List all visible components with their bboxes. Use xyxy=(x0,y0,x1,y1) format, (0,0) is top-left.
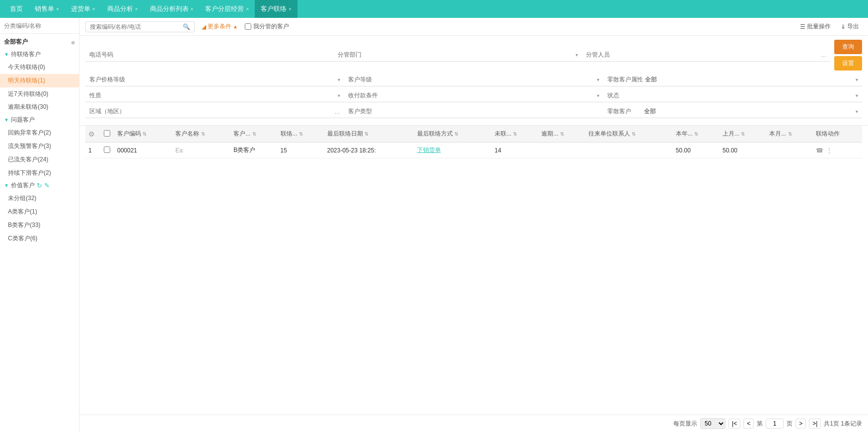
first-page-btn[interactable]: |< xyxy=(728,419,740,429)
filter-payment-input[interactable] xyxy=(385,92,594,99)
row-action-phone-icon[interactable]: ☎ xyxy=(816,147,823,154)
filter-customer-type-input[interactable] xyxy=(385,108,599,115)
th-this-month[interactable]: 本月... ⇅ xyxy=(766,126,813,143)
sidebar-item-tomorrow[interactable]: 明天待联络(1) xyxy=(0,74,79,87)
nav-purchase-label: 进货单 xyxy=(71,4,90,13)
nav-purchase-close[interactable]: × xyxy=(92,6,95,12)
select-all-checkbox[interactable] xyxy=(104,130,110,137)
nav-analysis-list-close[interactable]: × xyxy=(191,6,194,12)
filter-retail-customer-arrow[interactable]: ▾ xyxy=(856,109,858,114)
filter-region-label: 区域（地区） xyxy=(89,107,125,116)
th-this-month-sort-icon: ⇅ xyxy=(788,131,792,137)
nav-sales-close[interactable]: × xyxy=(56,6,59,12)
nav-customer-tier[interactable]: 客户分层经营 × xyxy=(199,0,255,18)
th-this-month-label: 本月... xyxy=(769,130,786,137)
sidebar-item-today[interactable]: 今天待联络(0) xyxy=(0,61,79,74)
filter-gender-arrow[interactable]: ▾ xyxy=(338,93,340,98)
sidebar-collapse-icon[interactable]: « xyxy=(71,38,75,46)
sidebar-item-churned[interactable]: 已流失客户(24) xyxy=(0,153,79,166)
filter-dept-input[interactable] xyxy=(374,52,574,59)
filter-customer-level-input[interactable] xyxy=(385,76,594,83)
row-last-method-link[interactable]: 下销货单 xyxy=(417,146,441,153)
export-btn[interactable]: ⇓ 导出 xyxy=(838,21,862,32)
sidebar-search-input[interactable] xyxy=(4,22,78,29)
sidebar-item-overdue[interactable]: 逾期未联络(30) xyxy=(0,100,79,114)
filter-person-input[interactable] xyxy=(623,52,818,59)
row-type-value: B类客户 xyxy=(233,146,255,153)
filter-price-level-arrow[interactable]: ▾ xyxy=(338,77,340,82)
sidebar-item-7days[interactable]: 近7天待联络(0) xyxy=(0,87,79,101)
search-input[interactable] xyxy=(90,23,181,30)
nav-sales[interactable]: 销售单 × xyxy=(29,0,65,18)
th-name-label: 客户名称 xyxy=(175,130,199,137)
th-name[interactable]: 客户名称 ⇅ xyxy=(172,126,230,143)
th-overdue-label: 逾期... xyxy=(541,130,558,137)
page-size-select[interactable]: 50 100 200 xyxy=(700,418,725,429)
sidebar-item-class-c[interactable]: C类客户(6) xyxy=(0,232,79,245)
nav-customer-contact[interactable]: 客户联络 × xyxy=(255,0,297,18)
sidebar-item-class-a[interactable]: A类客户(1) xyxy=(0,205,79,218)
filter-retail-customer: 零散客户 全部 ▾ xyxy=(603,105,862,118)
last-page-btn[interactable]: >| xyxy=(809,419,821,429)
nav-analysis-list[interactable]: 商品分析列表 × xyxy=(144,0,200,18)
table-gear-icon[interactable]: ⚙ xyxy=(88,130,95,138)
top-nav: 首页 销售单 × 进货单 × 商品分析 × 商品分析列表 × 客户分层经营 × … xyxy=(0,0,868,18)
filter-person-more[interactable]: … xyxy=(820,52,826,59)
sidebar-item-churn-warning[interactable]: 流失预警客户(3) xyxy=(0,140,79,153)
filter-retail-attr-arrow[interactable]: ▾ xyxy=(856,77,858,82)
th-this-year[interactable]: 本年... ⇅ xyxy=(673,126,720,143)
row-action-grid-icon[interactable]: ⋮ xyxy=(826,147,832,154)
group-value-edit[interactable]: ✎ xyxy=(44,182,50,189)
filter-dept-arrow[interactable]: ▾ xyxy=(576,52,578,58)
sidebar-item-repurchase-abnormal[interactable]: 回购异常客户(2) xyxy=(0,126,79,140)
filter-status-input[interactable] xyxy=(644,92,854,99)
nav-home[interactable]: 首页 xyxy=(4,0,29,18)
setting-button[interactable]: 设置 xyxy=(834,56,862,71)
filter-person-label: 分管人员 xyxy=(586,51,621,59)
nav-purchase[interactable]: 进货单 × xyxy=(65,0,101,18)
group-pending-contact[interactable]: ▼ 待联络客户 xyxy=(0,48,79,61)
filter-customer-level-arrow[interactable]: ▾ xyxy=(597,77,599,82)
more-conditions-btn[interactable]: ◢ 更多条件 ▲ xyxy=(199,21,241,32)
batch-ops-btn[interactable]: ☰ 批量操作 xyxy=(797,21,834,32)
group-problem-customers[interactable]: ▼ 问题客户 xyxy=(0,114,79,126)
sidebar-item-ungrouped[interactable]: 未分组(32) xyxy=(0,192,79,205)
filter-gender-input[interactable] xyxy=(126,92,336,99)
page-input[interactable] xyxy=(766,419,784,429)
group-value-customers[interactable]: ▼ 价值客户 ↻ ✎ xyxy=(0,179,79,192)
filter-row-3: 性质 ▾ 收付款条件 ▾ 状态 ▾ xyxy=(85,89,862,102)
filter-phone-input[interactable] xyxy=(126,52,330,59)
sidebar-item-declining[interactable]: 持续下滑客户(2) xyxy=(0,166,79,180)
group-value-refresh[interactable]: ↻ xyxy=(37,182,42,189)
th-last-month[interactable]: 上月... ⇅ xyxy=(720,126,766,143)
nav-analysis[interactable]: 商品分析 × xyxy=(101,0,144,18)
main-layout: 🔍 全部客户 « ▼ 待联络客户 今天待联络(0) 明天待联络(1) 近7天待联… xyxy=(0,18,868,432)
nav-customer-tier-close[interactable]: × xyxy=(246,6,249,12)
next-page-btn[interactable]: > xyxy=(796,419,806,429)
th-contact-count[interactable]: 联络... ⇅ xyxy=(278,126,324,143)
th-type[interactable]: 客户... ⇅ xyxy=(230,126,277,143)
filter-price-level-input[interactable] xyxy=(127,76,336,83)
th-no-contact[interactable]: 未联... ⇅ xyxy=(492,126,538,143)
filter-status-arrow[interactable]: ▾ xyxy=(856,93,858,98)
prev-page-btn[interactable]: < xyxy=(743,419,754,429)
filter-payment: 收付款条件 ▾ xyxy=(344,89,603,102)
th-last-date[interactable]: 最后联络日期 ⇅ xyxy=(324,126,414,143)
nav-customer-contact-close[interactable]: × xyxy=(289,6,291,12)
th-last-method[interactable]: 最后联络方式 ⇅ xyxy=(414,126,492,143)
query-button[interactable]: 查询 xyxy=(834,40,862,54)
search-icon[interactable]: 🔍 xyxy=(183,23,190,30)
filter-payment-arrow[interactable]: ▾ xyxy=(597,93,599,98)
row-checkbox[interactable] xyxy=(104,146,110,153)
nav-analysis-close[interactable]: × xyxy=(135,6,138,12)
th-overdue[interactable]: 逾期... ⇅ xyxy=(538,126,585,143)
sidebar-item-declining-label: 持续下滑客户(2) xyxy=(8,169,51,176)
filter-region-input[interactable] xyxy=(127,108,332,115)
th-no-contact-sort-icon: ⇅ xyxy=(513,131,517,137)
th-code[interactable]: 客户编码 ⇅ xyxy=(114,126,172,143)
my-customers-checkbox[interactable] xyxy=(245,23,251,30)
sidebar-item-class-b[interactable]: B类客户(33) xyxy=(0,218,79,232)
filter-region-more[interactable]: … xyxy=(334,108,340,115)
th-partner-contact[interactable]: 往来单位联系人 ⇅ xyxy=(585,126,673,143)
row-overdue xyxy=(538,143,585,158)
